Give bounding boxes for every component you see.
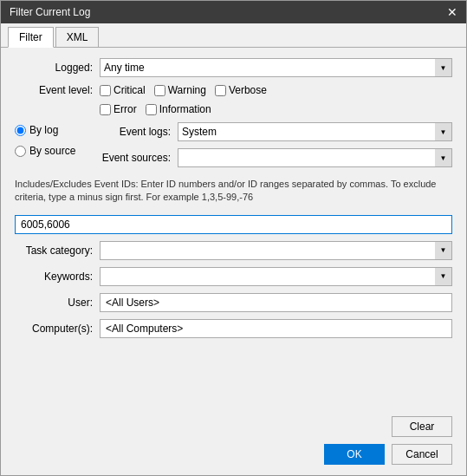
- by-source-radio[interactable]: [15, 146, 26, 157]
- event-level-row: Event level: Critical Warning Verbose: [15, 84, 452, 96]
- event-sources-select[interactable]: [178, 148, 452, 167]
- error-checkbox[interactable]: [100, 104, 111, 115]
- information-checkbox[interactable]: [146, 104, 157, 115]
- by-log-radio[interactable]: [15, 125, 26, 136]
- event-logs-label: Event logs:: [93, 126, 171, 138]
- verbose-label: Verbose: [229, 84, 267, 96]
- verbose-checkbox[interactable]: [215, 85, 226, 96]
- event-logs-select[interactable]: System: [178, 122, 452, 141]
- clear-btn-row: Clear: [1, 416, 466, 437]
- description-text: Includes/Excludes Event IDs: Enter ID nu…: [15, 174, 452, 208]
- logged-label: Logged:: [15, 62, 93, 74]
- close-button[interactable]: ✕: [447, 6, 457, 18]
- event-level-row2: Error Information: [15, 103, 452, 115]
- computer-input[interactable]: [100, 319, 452, 338]
- error-checkbox-label[interactable]: Error: [100, 103, 137, 115]
- task-category-select[interactable]: [100, 241, 452, 260]
- title-bar: Filter Current Log ✕: [1, 1, 466, 23]
- radio-column: By log By source: [15, 122, 93, 157]
- by-log-radio-label[interactable]: By log: [15, 124, 93, 136]
- keywords-label: Keywords:: [15, 271, 93, 283]
- dialog-title: Filter Current Log: [10, 6, 90, 18]
- user-label: User:: [15, 297, 93, 309]
- keywords-row: Keywords: ▼: [15, 267, 452, 286]
- clear-button[interactable]: Clear: [392, 416, 452, 437]
- event-level-checkboxes: Critical Warning Verbose: [100, 84, 267, 96]
- user-row: User:: [15, 293, 452, 312]
- event-sources-label: Event sources:: [93, 152, 171, 164]
- bottom-buttons: OK Cancel: [1, 437, 466, 475]
- tab-xml[interactable]: XML: [55, 27, 100, 47]
- verbose-checkbox-label[interactable]: Verbose: [215, 84, 267, 96]
- logged-select[interactable]: Any time Last hour Last 12 hours Last 24…: [100, 58, 452, 77]
- logged-row: Logged: Any time Last hour Last 12 hours…: [15, 58, 452, 77]
- log-source-section: By log By source Event logs: System ▼: [15, 122, 452, 167]
- event-log-rows: Event logs: System ▼ Event sources:: [93, 122, 452, 167]
- ok-button[interactable]: OK: [324, 444, 385, 465]
- information-label: Information: [159, 103, 211, 115]
- event-ids-input[interactable]: [15, 215, 452, 234]
- event-ids-row: [15, 215, 452, 234]
- task-category-wrapper: ▼: [100, 241, 452, 260]
- critical-checkbox[interactable]: [100, 85, 111, 96]
- critical-checkbox-label[interactable]: Critical: [100, 84, 146, 96]
- information-checkbox-label[interactable]: Information: [146, 103, 211, 115]
- event-logs-row: Event logs: System ▼: [93, 122, 452, 141]
- cancel-button[interactable]: Cancel: [392, 444, 452, 465]
- critical-label: Critical: [114, 84, 146, 96]
- logged-select-wrapper: Any time Last hour Last 12 hours Last 24…: [100, 58, 452, 77]
- warning-label: Warning: [168, 84, 206, 96]
- computer-row: Computer(s):: [15, 319, 452, 338]
- task-category-row: Task category: ▼: [15, 241, 452, 260]
- event-level-checkboxes2: Error Information: [100, 103, 211, 115]
- user-input[interactable]: [100, 293, 452, 312]
- tab-filter[interactable]: Filter: [8, 27, 54, 48]
- by-source-radio-label[interactable]: By source: [15, 145, 93, 157]
- warning-checkbox-label[interactable]: Warning: [154, 84, 206, 96]
- content: Logged: Any time Last hour Last 12 hours…: [1, 48, 466, 416]
- event-level-label: Event level:: [15, 84, 93, 96]
- event-sources-row: Event sources: ▼: [93, 148, 452, 167]
- keywords-select[interactable]: [100, 267, 452, 286]
- error-label: Error: [114, 103, 137, 115]
- task-category-label: Task category:: [15, 245, 93, 257]
- tabs: Filter XML: [1, 23, 466, 48]
- event-sources-select-wrapper: ▼: [178, 148, 452, 167]
- computer-label: Computer(s):: [15, 323, 93, 335]
- by-log-label: By log: [29, 124, 58, 136]
- by-source-label: By source: [29, 145, 75, 157]
- event-logs-select-wrapper: System ▼: [178, 122, 452, 141]
- warning-checkbox[interactable]: [154, 85, 165, 96]
- dialog: Filter Current Log ✕ Filter XML Logged: …: [0, 0, 467, 476]
- keywords-wrapper: ▼: [100, 267, 452, 286]
